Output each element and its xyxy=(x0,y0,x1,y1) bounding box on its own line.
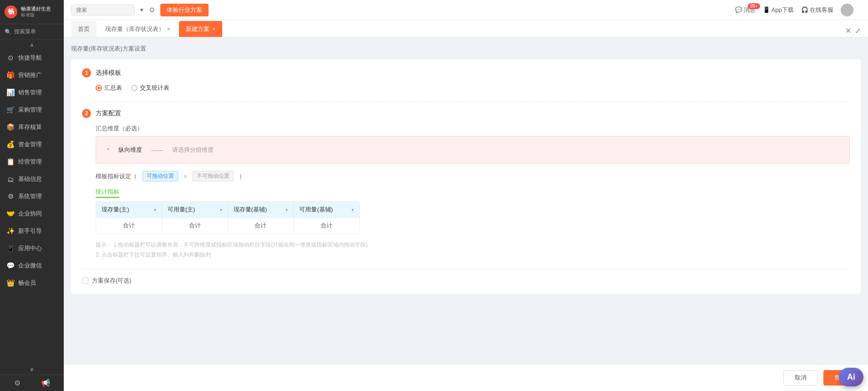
stats-table-body-row: 合计 合计 合计 合计 xyxy=(96,217,359,233)
user-avatar[interactable] xyxy=(841,4,853,16)
sidebar-search[interactable]: 🔍 搜索菜单 xyxy=(0,24,64,40)
service-button[interactable]: 🎧 在线客服 xyxy=(801,6,833,14)
sidebar-item-app-center[interactable]: 📱 应用中心 xyxy=(0,240,64,257)
sidebar-item-base-info[interactable]: 🗂 基础信息 xyxy=(0,170,64,188)
movable-badge: 可拖动位置 xyxy=(143,171,178,181)
radio-summary-label: 汇总表 xyxy=(104,84,122,92)
app-download-label: App下载 xyxy=(771,6,794,14)
page-title: 现存量(库存状况表)方案设置 xyxy=(71,45,861,53)
indicator-suffix: ） xyxy=(239,172,245,180)
sidebar-item-finance[interactable]: 💰 资金管理 xyxy=(0,136,64,153)
step2-section: 2 方案配置 汇总维度（必选） * 纵向维度 —— 请选择分组维度 xyxy=(82,109,850,260)
bottom-separator xyxy=(82,269,850,269)
app-download-button[interactable]: 📱 App下载 xyxy=(763,6,794,14)
sidebar-item-marketing[interactable]: 🎁 营销推广 xyxy=(0,67,64,84)
stats-col-3-label: 现存量(基辅) xyxy=(234,206,267,214)
unmovable-label: 不可拖动位置 xyxy=(197,172,230,180)
sidebar-item-label: 应用中心 xyxy=(18,244,42,252)
sidebar-item-label: 采购管理 xyxy=(18,106,42,114)
sidebar-item-member[interactable]: 👑 畅会员 xyxy=(0,274,64,292)
save-checkbox[interactable] xyxy=(82,278,88,284)
radio-cross-indicator xyxy=(131,85,138,91)
tabs-actions: ✕ ⤢ xyxy=(845,26,861,37)
purchase-icon: 🛒 xyxy=(6,106,15,114)
sidebar-item-operations[interactable]: 📋 经营管理 xyxy=(0,153,64,170)
tabs-bar: 首页 现存量（库存状况表） × 新建方案 × ✕ ⤢ xyxy=(64,20,868,37)
dim-field-name: 纵向维度 xyxy=(118,146,142,154)
app-version: 标准版 xyxy=(21,12,51,18)
col-1-dropdown-icon[interactable]: ▾ xyxy=(154,207,156,212)
radio-cross[interactable]: 交叉统计表 xyxy=(131,84,169,92)
sidebar-item-label: 畅会员 xyxy=(18,279,36,287)
expand-panel-button[interactable]: ⤢ xyxy=(855,26,861,35)
footer-settings-icon[interactable]: ⚙ xyxy=(14,379,20,387)
stats-body-1: 合计 xyxy=(96,218,162,233)
stats-body-2: 合计 xyxy=(162,218,228,233)
sidebar-item-sales[interactable]: 📊 销售管理 xyxy=(0,84,64,101)
sidebar-item-cooperation[interactable]: 🤝 企业协同 xyxy=(0,205,64,222)
topbar: ▾ ⚙ 体验行业方案 💬 消息 99+ 📱 App下载 🎧 在线客服 xyxy=(64,0,868,20)
inventory-icon: 📦 xyxy=(6,123,15,131)
dimension-area[interactable]: * 纵向维度 —— 请选择分组维度 xyxy=(96,136,850,164)
col-4-dropdown-icon[interactable]: ▾ xyxy=(352,207,354,212)
stats-col-1-label: 现存量(主) xyxy=(102,206,129,214)
topbar-search-input[interactable] xyxy=(71,5,135,15)
close-panel-button[interactable]: ✕ xyxy=(845,26,851,35)
sidebar-item-label: 经营管理 xyxy=(18,158,42,166)
indicator-prefix: 模板指标设定（ xyxy=(96,172,137,180)
sidebar-item-system[interactable]: ⚙ 系统管理 xyxy=(0,188,64,205)
sidebar-item-quick-nav[interactable]: ⊙ 快捷导航 xyxy=(0,49,64,67)
message-icon: 💬 xyxy=(735,6,742,13)
save-option-row: 方案保存(可选) xyxy=(82,277,850,285)
main-area: ▾ ⚙ 体验行业方案 💬 消息 99+ 📱 App下载 🎧 在线客服 首页 xyxy=(64,0,868,391)
topbar-dropdown-icon[interactable]: ▾ xyxy=(140,6,143,13)
trial-button[interactable]: 体验行业方案 xyxy=(160,4,209,16)
tab-new-plan[interactable]: 新建方案 × xyxy=(179,21,222,37)
tab-new-plan-label: 新建方案 xyxy=(186,25,209,33)
tips-line1: 提示： 1.拖动标题栏可以调整布局，不可跨维度或指标区域拖动栏目字段(只能在同一… xyxy=(96,240,850,250)
sidebar-scroll-up[interactable]: ▲ xyxy=(0,40,64,49)
dim-label: 汇总维度（必选） xyxy=(96,124,850,133)
base-info-icon: 🗂 xyxy=(6,175,15,183)
app-center-icon: 📱 xyxy=(6,244,15,252)
service-icon: 🎧 xyxy=(801,6,808,13)
app-name: 畅康通好生意 xyxy=(21,5,51,12)
tab-inventory[interactable]: 现存量（库存状况表） × xyxy=(98,21,177,37)
sidebar-item-inventory[interactable]: 📦 库存核算 xyxy=(0,118,64,136)
footer-sound-icon[interactable]: 📢 xyxy=(41,379,50,387)
step1-title: 选择模板 xyxy=(96,69,121,77)
topbar-settings-icon[interactable]: ⚙ xyxy=(149,6,155,14)
wechat-icon: 💬 xyxy=(6,262,15,270)
sidebar-scroll-down[interactable]: ▼ xyxy=(0,365,64,375)
sidebar-item-purchase[interactable]: 🛒 采购管理 xyxy=(0,101,64,118)
tab-home-label: 首页 xyxy=(78,25,90,33)
sidebar-item-wechat[interactable]: 💬 企业微信 xyxy=(0,257,64,274)
tab-new-plan-close[interactable]: × xyxy=(212,26,215,32)
tab-inventory-label: 现存量（库存状况表） xyxy=(105,25,164,33)
step1-section: 1 选择模板 汇总表 交叉统计表 xyxy=(82,68,850,92)
stats-col-4[interactable]: 可用量(基辅) ▾ xyxy=(294,202,359,217)
radio-summary[interactable]: 汇总表 xyxy=(96,84,122,92)
stats-col-2[interactable]: 可用量(主) ▾ xyxy=(162,202,228,217)
sidebar-item-guide[interactable]: ✨ 新手引导 xyxy=(0,222,64,240)
guide-icon: ✨ xyxy=(6,227,15,235)
ai-float-button[interactable]: Ai xyxy=(839,368,863,386)
operations-icon: 📋 xyxy=(6,158,15,166)
tab-inventory-close[interactable]: × xyxy=(167,26,170,32)
col-2-dropdown-icon[interactable]: ▾ xyxy=(220,207,222,212)
stats-col-3[interactable]: 现存量(基辅) ▾ xyxy=(228,202,294,217)
sidebar-item-label: 销售管理 xyxy=(18,88,42,97)
required-mark: * xyxy=(107,147,109,154)
quick-nav-icon: ⊙ xyxy=(6,54,15,62)
stats-col-1[interactable]: 现存量(主) ▾ xyxy=(96,202,162,217)
cancel-button[interactable]: 取消 xyxy=(783,370,818,386)
logo-icon: 畅 xyxy=(5,5,17,18)
col-3-dropdown-icon[interactable]: ▾ xyxy=(286,207,288,212)
message-button[interactable]: 💬 消息 99+ xyxy=(735,6,756,14)
indicator-row: 模板指标设定（ 可拖动位置 ■ 不可拖动位置 ） xyxy=(96,171,850,181)
stats-body-4: 合计 xyxy=(294,218,359,233)
save-option-label: 方案保存(可选) xyxy=(92,277,132,285)
sidebar-nav: ⊙ 快捷导航 🎁 营销推广 📊 销售管理 🛒 采购管理 📦 库存核算 💰 资金管… xyxy=(0,49,64,365)
tab-home[interactable]: 首页 xyxy=(71,21,97,37)
sidebar-item-label: 企业协同 xyxy=(18,210,42,218)
